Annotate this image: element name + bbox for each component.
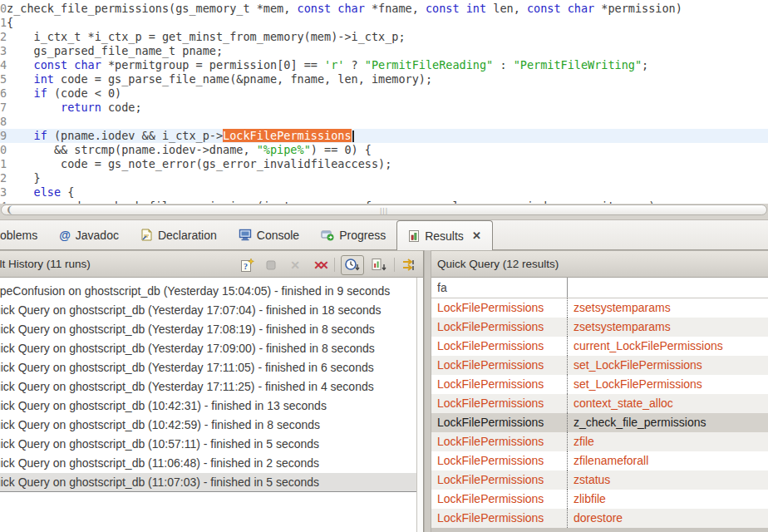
scrollbar-thumb[interactable]: ❨ ||| [1,204,767,215]
code-line[interactable]: 8 [0,115,768,129]
filter-cell-empty[interactable] [568,278,768,298]
result-row[interactable]: LockFilePermissionszsetsystemparams [431,318,768,337]
result-row[interactable]: LockFilePermissionszfile [431,432,768,451]
tab-progress[interactable]: Progress [310,220,396,249]
quick-query-title: Quick Query (12 results) [437,258,559,270]
history-row-label: Quick Query on ghostscript_db (10:42:31)… [0,397,327,416]
code-line[interactable]: 5 int code = gs_parse_file_name(&pname, … [0,72,768,86]
history-row[interactable]: Quick Query on ghostscript_db (Yesterday… [0,320,423,339]
filter-advance-icon[interactable] [401,256,419,274]
quick-query-filter-row [431,278,768,298]
code-token: len, [486,2,527,15]
result-cell: LockFilePermissions [431,470,568,490]
code-token: char [337,2,365,15]
code-line[interactable]: 4 const char *permitgroup = permission[0… [0,58,768,72]
code-token: "PermitFileWriting" [514,58,642,71]
line-number: 9 [0,129,7,143]
code-line[interactable]: 1{ [0,16,768,30]
history-row[interactable]: Quick Query on ghostscript_db (10:42:31)… [0,397,423,416]
code-line[interactable]: 2 i_ctx_t *i_ctx_p = get_minst_from_memo… [0,30,768,44]
code-line[interactable]: 0 && strcmp(pname.iodev->dname, "%pipe%"… [0,143,768,157]
code-token: int [34,72,54,86]
history-row[interactable]: Quick Query on ghostscript_db (Yesterday… [0,377,423,397]
code-token [7,86,34,100]
history-row[interactable]: Quick Query on ghostscript_db (11:06:48)… [0,454,423,473]
result-row[interactable]: LockFilePermissionszstatus [431,470,768,490]
code-token: char [74,58,101,71]
stop-icon[interactable] [262,256,280,274]
result-row[interactable]: LockFilePermissionscontext_state_alloc [431,394,768,413]
tab-results[interactable]: Results ✕ [396,220,493,250]
history-row[interactable]: TypeConfusion on ghostscript_db (Yesterd… [0,282,423,301]
report-view-toggle-icon[interactable] [370,256,388,274]
code-token [561,2,568,15]
line-number: 2 [0,30,7,44]
history-row-label: Quick Query on ghostscript_db (Yesterday… [0,301,382,320]
editor-horizontal-scrollbar[interactable]: ❨ ||| [0,204,768,217]
result-cell: LockFilePermissions [431,337,568,356]
code-line[interactable]: 7 return code; [0,101,768,115]
new-query-icon[interactable]: ? [238,256,256,274]
history-panel-header: Result History (11 runs) ? ✕ ✕✕ [0,250,424,278]
history-row-label: Quick Query on ghostscript_db (11:06:48)… [0,454,319,473]
line-number: 4 [0,58,7,72]
result-cell: zfile [568,432,768,451]
code-token [7,72,34,86]
code-line[interactable]: 0z_check_file_permissions(gs_memory_t *m… [0,2,768,16]
panel-splitter[interactable] [424,250,431,532]
filter-input[interactable] [431,278,568,298]
result-row[interactable]: LockFilePermissionszsetsystemparams [431,298,768,318]
code-token: if [34,86,47,100]
history-scrollbar[interactable] [416,278,423,532]
close-icon[interactable]: ✕ [472,229,481,242]
history-row-label: Quick Query on ghostscript_db (10:57:11)… [0,435,319,454]
code-token: int [466,2,486,15]
history-row[interactable]: Quick Query on ghostscript_db (10:42:59)… [0,416,423,435]
declaration-icon [140,229,153,241]
result-row[interactable]: LockFilePermissionscurrent_LockFilePermi… [431,337,768,356]
line-number: 1 [0,16,7,30]
code-token: z_check_file_permissions(gs_memory_t *me… [7,2,298,15]
delete-all-icon[interactable]: ✕✕ [310,256,328,274]
history-row[interactable]: Quick Query on ghostscript_db (Yesterday… [0,339,423,358]
history-row[interactable]: Quick Query on ghostscript_db (10:57:11)… [0,435,423,454]
code-line[interactable]: 3 gs_parsed_file_name_t pname; [0,44,768,58]
tab-problems[interactable]: Problems [0,220,48,249]
code-token: } [7,171,41,185]
result-cell: set_LockFilePermissions [568,356,768,375]
delete-icon[interactable]: ✕ [286,256,304,274]
code-line[interactable]: 9 if (pname.iodev && i_ctx_p->LockFilePe… [0,129,768,143]
history-list: TypeConfusion on ghostscript_db (Yesterd… [0,278,424,532]
tab-progress-label: Progress [339,229,386,242]
result-row[interactable]: LockFilePermissionsset_LockFilePermissio… [431,375,768,394]
code-editor[interactable]: 0z_check_file_permissions(gs_memory_t *m… [0,0,768,204]
result-row[interactable]: LockFilePermissionsdorestore [431,509,768,528]
result-row[interactable]: LockFilePermissionszfilenameforall [431,451,768,470]
tab-javadoc[interactable]: @ Javadoc [48,220,130,249]
result-cell: LockFilePermissions [431,451,568,470]
code-line[interactable]: 3 else { [0,185,768,200]
tab-declaration[interactable]: Declaration [130,220,228,249]
result-row[interactable]: LockFilePermissionsz_check_file_permissi… [431,413,768,432]
history-row-label: Quick Query on ghostscript_db (Yesterday… [0,358,374,377]
history-row[interactable]: Quick Query on ghostscript_db (Yesterday… [0,301,423,320]
code-token: *permission) [594,2,682,15]
line-number: 5 [0,72,7,86]
history-row[interactable]: Quick Query on ghostscript_db (11:07:03)… [0,473,423,492]
code-token: else [34,185,62,199]
history-row-label: Quick Query on ghostscript_db (Yesterday… [0,320,375,339]
result-cell: LockFilePermissions [431,413,568,432]
text-caret [352,131,354,142]
history-view-toggle-icon[interactable] [341,255,364,275]
code-line[interactable]: 1 code = gs_note_error(gs_error_invalidf… [0,157,768,171]
history-row[interactable]: Quick Query on ghostscript_db (Yesterday… [0,358,423,377]
code-line[interactable]: 2 } [0,171,768,185]
code-line[interactable]: 6 if (code < 0) [0,86,768,101]
scroll-left-icon[interactable]: ❨ [6,204,13,215]
tab-console[interactable]: Console [228,220,310,249]
result-cell: LockFilePermissions [431,318,568,337]
code-token: (pname.iodev && i_ctx_p-> [47,129,223,142]
result-row[interactable]: LockFilePermissionszlibfile [431,490,768,509]
line-number: 1 [0,157,7,171]
result-row[interactable]: LockFilePermissionsset_LockFilePermissio… [431,356,768,375]
